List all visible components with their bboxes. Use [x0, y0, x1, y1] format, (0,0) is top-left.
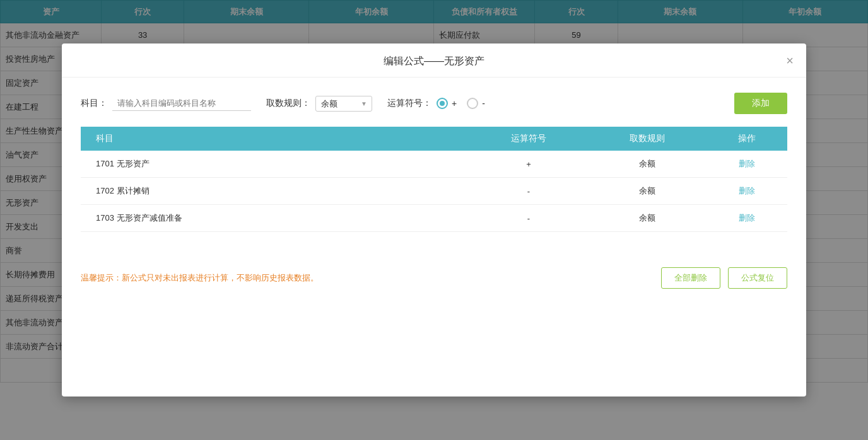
formula-operator-cell: -	[469, 178, 588, 205]
formula-form-row: 科目： 取数规则： 余额 借方 贷方 借方发生额 贷方发生额 ▼	[81, 93, 787, 114]
formula-subject-cell: 1701 无形资产	[81, 151, 469, 178]
delete-row-button[interactable]: 删除	[739, 186, 755, 195]
table-header-rule: 取数规则	[588, 127, 707, 151]
formula-table: 科目 运算符号 取数规则 操作 1701 无形资产+余额删除1702 累计摊销-…	[81, 127, 787, 232]
rule-label: 取数规则：	[266, 98, 310, 109]
formula-operator-cell: -	[469, 205, 588, 232]
operator-minus-option[interactable]: -	[467, 98, 485, 109]
formula-rule-cell: 余额	[588, 151, 707, 178]
formula-rule-cell: 余额	[588, 178, 707, 205]
rule-field: 取数规则： 余额 借方 贷方 借方发生额 贷方发生额 ▼	[266, 96, 372, 112]
operator-radio-group: + -	[437, 98, 485, 109]
formula-table-row: 1702 累计摊销-余额删除	[81, 178, 787, 205]
modal-header: 编辑公式——无形资产 ×	[62, 43, 806, 78]
table-header-operator: 运算符号	[469, 127, 588, 151]
modal-footer: 温馨提示：新公式只对未出报表进行计算，不影响历史报表数据。 全部删除 公式复位	[62, 257, 806, 301]
rule-select[interactable]: 余额 借方 贷方 借方发生额 贷方发生额	[315, 96, 372, 112]
operator-minus-label: -	[482, 98, 485, 108]
reset-formula-button[interactable]: 公式复位	[728, 267, 787, 289]
rule-select-wrapper: 余额 借方 贷方 借方发生额 贷方发生额 ▼	[315, 96, 372, 112]
operator-label: 运算符号：	[387, 98, 431, 109]
formula-action-cell: 删除	[707, 151, 787, 178]
operator-plus-option[interactable]: +	[437, 98, 457, 109]
radio-minus-circle	[467, 98, 478, 109]
formula-rule-cell: 余额	[588, 205, 707, 232]
modal-body: 科目： 取数规则： 余额 借方 贷方 借方发生额 贷方发生额 ▼	[62, 78, 806, 257]
operator-field: 运算符号： + -	[387, 98, 485, 109]
delete-all-button[interactable]: 全部删除	[661, 267, 720, 289]
add-button[interactable]: 添加	[734, 93, 787, 114]
formula-action-cell: 删除	[707, 178, 787, 205]
formula-table-row: 1703 无形资产减值准备-余额删除	[81, 205, 787, 232]
modal-title: 编辑公式——无形资产	[384, 55, 484, 68]
table-header-subject: 科目	[81, 127, 469, 151]
edit-formula-modal: 编辑公式——无形资产 × 科目： 取数规则： 余额 借方 贷方 借方发生额	[62, 43, 806, 397]
delete-row-button[interactable]: 删除	[739, 213, 755, 223]
formula-table-row: 1701 无形资产+余额删除	[81, 151, 787, 178]
footer-buttons: 全部删除 公式复位	[661, 267, 787, 289]
delete-row-button[interactable]: 删除	[739, 159, 755, 168]
modal-close-button[interactable]: ×	[786, 54, 794, 67]
footer-hint: 温馨提示：新公式只对未出报表进行计算，不影响历史报表数据。	[81, 272, 319, 284]
table-header-action: 操作	[707, 127, 787, 151]
formula-operator-cell: +	[469, 151, 588, 178]
operator-plus-label: +	[452, 98, 457, 108]
formula-action-cell: 删除	[707, 205, 787, 232]
formula-subject-cell: 1702 累计摊销	[81, 178, 469, 205]
formula-subject-cell: 1703 无形资产减值准备	[81, 205, 469, 232]
subject-input[interactable]	[112, 96, 251, 111]
subject-field: 科目：	[81, 96, 251, 111]
subject-label: 科目：	[81, 98, 107, 109]
radio-plus-circle	[437, 98, 448, 109]
